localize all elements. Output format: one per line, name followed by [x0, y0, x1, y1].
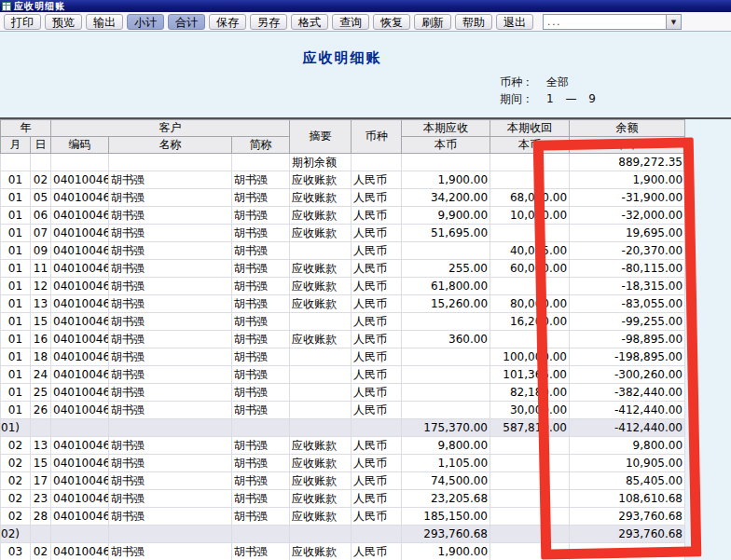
cell-code: 04010046: [51, 331, 109, 348]
toolbar-button-query[interactable]: 查询: [332, 14, 369, 30]
toolbar-button-save[interactable]: 保存: [209, 14, 246, 30]
cell-balance: 1,900.00: [570, 171, 685, 189]
table-row[interactable]: 011804010046胡书强胡书强人民币100,000.00-198,895.…: [1, 348, 685, 366]
cell-balance: 19,695.00: [570, 225, 685, 242]
cell-currency: 人民币: [352, 260, 402, 278]
cell-summary: 应收账款: [290, 331, 352, 348]
cell-balance: [570, 543, 685, 560]
toolbar-button-preview[interactable]: 预览: [45, 14, 82, 30]
table-row[interactable]: 022304010046胡书强胡书强应收账款人民币23,205.68108,61…: [1, 490, 685, 508]
cell-receivable: 61,800.00: [402, 278, 490, 295]
cell-code: 04010046: [51, 437, 109, 455]
table-row[interactable]: 030204010046胡书强胡书强应收账款人民币1,900.00: [1, 543, 685, 560]
toolbar: 打印预览输出小计合计保存另存格式查询恢复刷新帮助退出 ... ▼: [0, 12, 731, 32]
cell-code: 04010046: [51, 455, 109, 472]
cell-day: 13: [31, 437, 51, 455]
table-header: 年 客户 摘要 币种 本期应收 本期收回 余额 月 日 编码 名称 简称 本币 …: [1, 120, 685, 154]
table-row[interactable]: 011204010046胡书强胡书强应收账款人民币61,800.00-18,31…: [1, 278, 685, 295]
table-row[interactable]: 010604010046胡书强胡书强应收账款人民币9,900.0010,000.…: [1, 207, 685, 225]
toolbar-button-format[interactable]: 格式: [291, 14, 328, 30]
table-row[interactable]: 011304010046胡书强胡书强应收账款人民币15,260.0080,000…: [1, 295, 685, 313]
cell-day: 13: [31, 295, 51, 313]
cell-code: 04010046: [51, 543, 109, 560]
cell-balance: 293,760.68: [570, 508, 685, 526]
cell-currency: 人民币: [352, 242, 402, 260]
cell-currency: 人民币: [352, 437, 402, 455]
currency-filter-value: 全部: [546, 74, 569, 90]
toolbar-button-exit[interactable]: 退出: [496, 14, 533, 30]
cell-currency: 人民币: [352, 384, 402, 402]
toolbar-button-save-as[interactable]: 另存: [250, 14, 287, 30]
toolbar-button-print[interactable]: 打印: [4, 14, 41, 30]
cell-month: 03: [1, 543, 31, 560]
cell-alias: 胡书强: [232, 207, 290, 225]
cell-received: [490, 490, 570, 508]
table-row[interactable]: 021704010046胡书强胡书强应收账款人民币74,500.0085,405…: [1, 472, 685, 490]
table-row[interactable]: 010904010046胡书强胡书强人民币40,065.00-20,370.00: [1, 242, 685, 260]
cell-name: 胡书强: [109, 295, 232, 313]
cell-name: 胡书强: [109, 171, 232, 189]
chevron-down-icon[interactable]: ▼: [666, 15, 681, 29]
cell-day: 24: [31, 366, 51, 384]
cell-code: [51, 154, 109, 171]
report-filters: 币种： 全部 期间： 1 — 9: [500, 74, 596, 107]
toolbar-button-restore[interactable]: 恢复: [373, 14, 410, 30]
cell-name: 胡书强: [109, 225, 232, 242]
subtotal-row[interactable]: 02)293,760.68293,760.68: [1, 526, 685, 543]
cell-receivable: 360.00: [402, 331, 490, 348]
cell-alias: 胡书强: [232, 490, 290, 508]
toolbar-button-refresh[interactable]: 刷新: [414, 14, 451, 30]
toolbar-button-help[interactable]: 帮助: [455, 14, 492, 30]
cell-day: 06: [31, 207, 51, 225]
cell-summary: [290, 242, 352, 260]
table-row[interactable]: 012404010046胡书强胡书强人民币101,365.00-300,260.…: [1, 366, 685, 384]
cell-currency: 人民币: [352, 295, 402, 313]
cell-received: [490, 278, 570, 295]
cell-summary: [290, 348, 352, 366]
period-filter-value: 1 — 9: [546, 90, 596, 107]
cell-month: 02: [1, 455, 31, 472]
toolbar-dropdown[interactable]: ... ▼: [543, 14, 682, 30]
cell-name: 胡书强: [109, 313, 232, 331]
cell-code: 04010046: [51, 260, 109, 278]
table-row[interactable]: 012604010046胡书强胡书强人民币30,000.00-412,440.0…: [1, 402, 685, 419]
cell-alias: 胡书强: [232, 455, 290, 472]
cell-currency: 人民币: [352, 189, 402, 207]
col-header-balance: 余额: [570, 120, 685, 137]
cell-day: 26: [31, 402, 51, 419]
toolbar-button-total[interactable]: 合计: [168, 14, 205, 30]
table-row[interactable]: 022804010046胡书强胡书强应收账款人民币185,150.00293,7…: [1, 508, 685, 526]
cell-received: 60,000.00: [490, 260, 570, 278]
cell-name: 胡书强: [109, 260, 232, 278]
toolbar-button-subtotal[interactable]: 小计: [127, 14, 164, 30]
table-row[interactable]: 011104010046胡书强胡书强应收账款人民币255.0060,000.00…: [1, 260, 685, 278]
ledger-app-icon: [2, 2, 11, 11]
cell-day: 25: [31, 384, 51, 402]
opening-balance-row[interactable]: 期初余额889,272.35: [1, 154, 685, 171]
subtotal-row[interactable]: 01)175,370.00587,810.00-412,440.00: [1, 419, 685, 437]
cell-alias: 胡书强: [232, 384, 290, 402]
cell-name: 胡书强: [109, 331, 232, 348]
table-row[interactable]: 010504010046胡书强胡书强应收账款人民币34,200.0068,000…: [1, 189, 685, 207]
table-row[interactable]: 010204010046胡书强胡书强应收账款人民币1,900.001,900.0…: [1, 171, 685, 189]
cell-alias: 胡书强: [232, 189, 290, 207]
table-row[interactable]: 010704010046胡书强胡书强应收账款人民币51,695.0019,695…: [1, 225, 685, 242]
toolbar-button-output[interactable]: 输出: [86, 14, 123, 30]
cell-balance: -412,440.00: [570, 419, 685, 437]
col-header-year: 年: [1, 120, 51, 137]
table-row[interactable]: 011604010046胡书强胡书强应收账款人民币360.00-98,895.0…: [1, 331, 685, 348]
col-header-code: 编码: [51, 137, 109, 154]
cell-received: [490, 171, 570, 189]
cell-receivable: 15,260.00: [402, 295, 490, 313]
table-row[interactable]: 021504010046胡书强胡书强应收账款人民币1,105.0010,905.…: [1, 455, 685, 472]
table-row[interactable]: 012504010046胡书强胡书强人民币82,180.00-382,440.0…: [1, 384, 685, 402]
cell-name: 胡书强: [109, 490, 232, 508]
cell-receivable: 9,800.00: [402, 437, 490, 455]
table-row[interactable]: 021304010046胡书强胡书强应收账款人民币9,800.009,800.0…: [1, 437, 685, 455]
cell-name: 胡书强: [109, 207, 232, 225]
col-header-receivable: 本期应收: [402, 120, 490, 137]
cell-receivable: [402, 384, 490, 402]
cell-day: 15: [31, 455, 51, 472]
table-row[interactable]: 011504010046胡书强胡书强人民币16,200.00-99,255.00: [1, 313, 685, 331]
cell-month: 01: [1, 278, 31, 295]
